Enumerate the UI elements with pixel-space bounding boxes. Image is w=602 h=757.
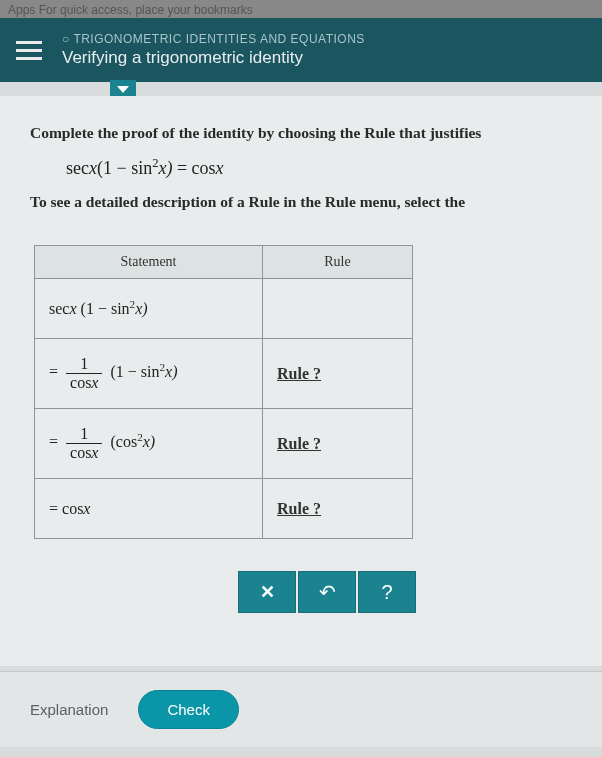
rule-cell xyxy=(263,279,413,339)
footer: Explanation Check xyxy=(0,671,602,747)
page-title: Verifying a trigonometric identity xyxy=(62,48,586,68)
col-statement: Statement xyxy=(35,246,263,279)
dropdown-tab xyxy=(0,82,602,96)
help-button[interactable]: ? xyxy=(358,571,416,613)
proof-table: Statement Rule secx (1 − sin2x) = 1cosx … xyxy=(34,245,413,539)
table-row: = cosx Rule ? xyxy=(35,479,413,539)
menu-icon[interactable] xyxy=(16,41,42,60)
rule-select: Rule ? xyxy=(277,500,321,517)
col-rule: Rule xyxy=(263,246,413,279)
statement-cell: = cosx xyxy=(35,479,263,539)
rule-select: Rule ? xyxy=(277,435,321,452)
statement-cell: = 1cosx (cos2x) xyxy=(35,409,263,479)
main-equation: secx(1 − sin2x) = cosx xyxy=(66,156,584,179)
table-row: = 1cosx (cos2x) Rule ? xyxy=(35,409,413,479)
close-button[interactable]: ✕ xyxy=(238,571,296,613)
table-row: = 1cosx (1 − sin2x) Rule ? xyxy=(35,339,413,409)
breadcrumb: ○ TRIGONOMETRIC IDENTITIES AND EQUATIONS xyxy=(62,32,586,46)
rule-cell[interactable]: Rule ? xyxy=(263,339,413,409)
content-area: Complete the proof of the identity by ch… xyxy=(0,96,602,666)
header: ○ TRIGONOMETRIC IDENTITIES AND EQUATIONS… xyxy=(0,18,602,82)
apps-bar: Apps For quick access, place your bookma… xyxy=(0,0,602,18)
check-button[interactable]: Check xyxy=(138,690,239,729)
statement-cell: = 1cosx (1 − sin2x) xyxy=(35,339,263,409)
instruction-text: Complete the proof of the identity by ch… xyxy=(30,124,584,142)
sub-instruction-text: To see a detailed description of a Rule … xyxy=(30,193,584,211)
rule-cell[interactable]: Rule ? xyxy=(263,479,413,539)
statement-cell: secx (1 − sin2x) xyxy=(35,279,263,339)
rule-select: Rule ? xyxy=(277,365,321,382)
action-buttons: ✕ ↶ ? xyxy=(70,571,584,613)
explanation-button[interactable]: Explanation xyxy=(30,701,108,718)
undo-button[interactable]: ↶ xyxy=(298,571,356,613)
table-row: secx (1 − sin2x) xyxy=(35,279,413,339)
rule-cell[interactable]: Rule ? xyxy=(263,409,413,479)
